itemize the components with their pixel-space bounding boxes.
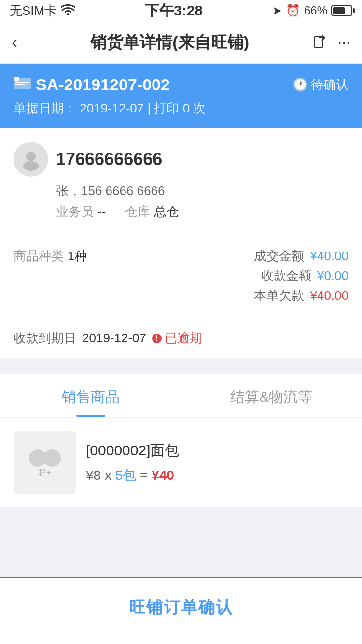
back-button[interactable]: ‹ — [12, 32, 27, 53]
order-status-text: 待确认 — [311, 76, 348, 93]
share-icon[interactable] — [312, 33, 328, 52]
amount-value-2: ¥0.00 — [317, 268, 348, 283]
status-bar-right: ➤ ⏰ 66% — [272, 4, 352, 17]
amount-value-3: ¥40.00 — [310, 288, 348, 303]
date-value: 2019-12-07 — [80, 101, 144, 115]
customer-top: 17666666666 — [14, 142, 348, 177]
overdue-text: 已逾期 — [165, 330, 202, 347]
amount-row-1: 成交金额 ¥40.00 — [254, 248, 348, 265]
page-title: 销货单详情(来自旺铺) — [27, 31, 312, 54]
status-bar-time: 下午3:28 — [145, 1, 203, 21]
status-bar-left: 无SIM卡 — [10, 2, 75, 19]
customer-phone: 17666666666 — [56, 149, 162, 169]
nav-bar: ‹ 销货单详情(来自旺铺) ··· — [0, 21, 362, 64]
product-price-row: ¥8 x 5包 = ¥40 — [86, 466, 348, 485]
due-date-card: 收款到期日 2019-12-07 ! 已逾期 — [0, 318, 362, 358]
product-list: 群+ [0000002]面包 ¥8 x 5包 = ¥40 — [0, 418, 362, 507]
amount-row-3: 本单欠款 ¥40.00 — [254, 287, 348, 304]
summary-left: 商品种类 1种 — [14, 248, 87, 265]
amount-label-2: 收款金额 — [261, 267, 311, 284]
product-name: [0000002]面包 — [86, 441, 348, 461]
order-status: 🕐 待确认 — [292, 76, 348, 93]
alarm-icon: ⏰ — [286, 4, 300, 17]
location-icon: ➤ — [272, 4, 282, 17]
tab-settlement-logistics[interactable]: 结算&物流等 — [181, 374, 362, 417]
carrier-label: 无SIM卡 — [10, 2, 57, 19]
price-text: ¥8 x — [86, 468, 115, 483]
svg-rect-0 — [314, 37, 323, 47]
product-thumbnail: 群+ — [14, 431, 76, 494]
summary-right: 成交金额 ¥40.00 收款金额 ¥0.00 本单欠款 ¥40.00 — [254, 248, 348, 304]
print-info: | 打印 0 次 — [147, 101, 206, 115]
sales-value: -- — [97, 204, 106, 219]
battery-label: 66% — [304, 4, 327, 17]
wifi-icon — [61, 3, 75, 18]
status-bar: 无SIM卡 下午3:28 ➤ ⏰ 66% — [0, 0, 362, 21]
confirm-button[interactable]: 旺铺订单确认 — [14, 586, 348, 629]
order-date-row: 单据日期： 2019-12-07 | 打印 0 次 — [14, 100, 348, 117]
battery-icon — [331, 5, 352, 16]
svg-text:群+: 群+ — [39, 468, 51, 476]
amount-label-3: 本单欠款 — [254, 287, 304, 304]
divider-3 — [0, 358, 362, 366]
order-header: SA-20191207-002 🕐 待确认 单据日期： 2019-12-07 |… — [0, 64, 362, 128]
overdue-icon: ! — [152, 334, 162, 343]
svg-rect-4 — [15, 84, 25, 85]
customer-name-row: 张，156 6666 6666 — [14, 182, 348, 199]
warehouse-value: 总仓 — [154, 203, 179, 220]
category-label: 商品种类 — [14, 248, 64, 265]
order-header-top: SA-20191207-002 🕐 待确认 — [14, 75, 348, 94]
amount-row-2: 收款金额 ¥0.00 — [261, 267, 348, 284]
warehouse-item: 仓库 总仓 — [125, 203, 179, 220]
equals-text: = — [136, 468, 152, 483]
order-id-text: SA-20191207-002 — [36, 75, 170, 94]
category-value: 1种 — [68, 248, 87, 265]
customer-card: 17666666666 张，156 6666 6666 业务员 -- 仓库 总仓 — [0, 128, 362, 234]
svg-point-5 — [26, 152, 36, 161]
svg-point-6 — [23, 161, 39, 171]
tabs-bar: 销售商品 结算&物流等 — [0, 374, 362, 417]
clock-icon: 🕐 — [292, 77, 308, 92]
product-logo: 群+ — [23, 444, 67, 481]
sales-label: 业务员 — [56, 203, 94, 220]
overdue-badge: ! 已逾期 — [152, 330, 202, 347]
product-total: ¥40 — [152, 468, 174, 483]
due-date-value: 2019-12-07 — [82, 331, 146, 346]
sales-item: 业务员 -- — [56, 203, 106, 220]
customer-meta-row: 业务员 -- 仓库 总仓 — [14, 203, 348, 220]
avatar — [14, 142, 48, 177]
svg-rect-3 — [15, 82, 29, 83]
product-details: [0000002]面包 ¥8 x 5包 = ¥40 — [86, 441, 348, 485]
qty-text: 5包 — [115, 468, 137, 483]
amount-value-1: ¥40.00 — [310, 249, 348, 264]
tab-sales-products[interactable]: 销售商品 — [0, 374, 181, 417]
date-label: 单据日期： — [14, 101, 76, 115]
summary-row: 商品种类 1种 成交金额 ¥40.00 收款金额 ¥0.00 本单欠款 ¥40.… — [14, 248, 348, 304]
bottom-bar: 旺铺订单确认 — [0, 577, 362, 644]
warehouse-label: 仓库 — [125, 203, 150, 220]
svg-rect-2 — [14, 77, 19, 81]
due-date-label: 收款到期日 — [14, 330, 76, 347]
nav-actions: ··· — [312, 33, 350, 52]
more-icon[interactable]: ··· — [337, 33, 350, 51]
order-id-container: SA-20191207-002 — [14, 75, 170, 94]
amount-label-1: 成交金额 — [254, 248, 304, 265]
summary-card: 商品种类 1种 成交金额 ¥40.00 收款金额 ¥0.00 本单欠款 ¥40.… — [0, 234, 362, 318]
svg-point-8 — [43, 449, 61, 467]
order-icon — [14, 75, 31, 94]
product-item: 群+ [0000002]面包 ¥8 x 5包 = ¥40 — [0, 418, 362, 507]
